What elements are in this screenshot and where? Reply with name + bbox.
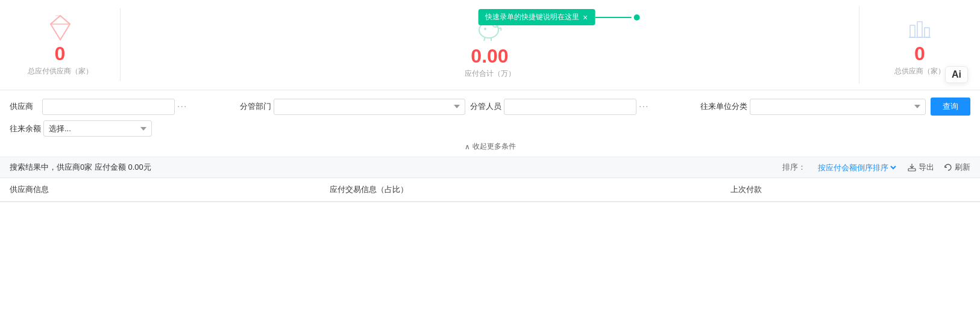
svg-line-7: [484, 37, 485, 41]
filter-row-2: 往来余额 选择...: [10, 120, 970, 137]
unit-category-label: 往来单位分类: [700, 101, 747, 112]
table-header: 供应商信息 应付交易信息（占比） 上次付款: [0, 178, 980, 202]
collapse-icon: ∧: [465, 143, 470, 151]
tooltip-close[interactable]: ×: [583, 13, 588, 22]
refresh-label: 刷新: [955, 162, 970, 173]
payable-total-label: 应付合计（万）: [465, 69, 515, 79]
sort-label: 排序：: [782, 162, 806, 173]
payable-total-number: 0.00: [471, 45, 508, 67]
supplier-dots[interactable]: ···: [177, 101, 187, 112]
balance-select[interactable]: 选择...: [43, 120, 152, 137]
tooltip-dot: [633, 14, 639, 20]
export-button[interactable]: 导出: [908, 162, 934, 173]
person-dots[interactable]: ···: [639, 101, 649, 112]
sort-select[interactable]: 按应付会额倒序排序: [815, 163, 898, 173]
ai-badge[interactable]: Ai: [945, 66, 968, 83]
data-table: 供应商信息 应付交易信息（占比） 上次付款: [0, 178, 980, 310]
filter-balance: 往来余额 选择...: [10, 120, 970, 137]
svg-rect-11: [917, 22, 922, 37]
col-supplier-header: 供应商信息: [10, 184, 330, 195]
total-suppliers-number: 0: [914, 42, 925, 65]
table-body: [0, 202, 980, 310]
collapse-label: 收起更多条件: [473, 141, 516, 152]
balance-label: 往来余额: [10, 123, 41, 134]
col-last-payment-header: 上次付款: [730, 184, 971, 195]
filter-unit-category: 往来单位分类: [700, 99, 926, 115]
payable-suppliers-number: 0: [55, 42, 66, 65]
stat-payable-total: 0.00 应付合计（万） 快速录单的快捷键说明在这里 ×: [121, 6, 859, 84]
supplier-label: 供应商: [10, 101, 40, 112]
stat-payable-suppliers: 0 总应付供应商（家）: [0, 8, 121, 81]
svg-line-3: [60, 16, 70, 24]
person-input[interactable]: [504, 99, 636, 115]
filter-person: 分管人员 ···: [470, 99, 696, 115]
filter-bar: 供应商 ··· 分管部门 分管人员 ··· 往来单位分类 查询: [0, 90, 980, 157]
result-actions: 排序： 按应付会额倒序排序 导出 刷新: [782, 162, 970, 173]
person-label: 分管人员: [470, 101, 501, 112]
svg-point-9: [484, 28, 486, 30]
svg-rect-12: [925, 28, 929, 37]
refresh-button[interactable]: 刷新: [944, 162, 970, 173]
filter-dept: 分管部门: [240, 99, 465, 115]
export-label: 导出: [919, 162, 934, 173]
tooltip-bubble: 快速录单的快捷键说明在这里 ×: [478, 9, 595, 25]
result-bar: 搜索结果中，供应商0家 应付金额 0.00元 排序： 按应付会额倒序排序 导出 …: [0, 157, 980, 178]
filter-row-1: 供应商 ··· 分管部门 分管人员 ··· 往来单位分类 查询: [10, 98, 970, 116]
svg-rect-14: [908, 169, 916, 171]
svg-line-2: [51, 16, 60, 24]
building-icon: [905, 13, 934, 42]
svg-rect-10: [910, 25, 915, 37]
collapse-button[interactable]: ∧ 收起更多条件: [465, 141, 516, 152]
tooltip-text: 快速录单的快捷键说明在这里: [485, 12, 579, 22]
unit-category-select[interactable]: [750, 99, 926, 115]
supplier-input[interactable]: [42, 99, 175, 115]
export-icon: [908, 163, 916, 172]
svg-marker-0: [51, 16, 70, 40]
dept-select[interactable]: [274, 99, 465, 115]
total-suppliers-label: 总供应商（家）: [894, 66, 945, 76]
col-transaction-header: 应付交易信息（占比）: [330, 184, 730, 195]
query-button[interactable]: 查询: [931, 98, 970, 116]
payable-suppliers-label: 总应付供应商（家）: [28, 66, 93, 76]
result-info: 搜索结果中，供应商0家 应付金额 0.00元: [10, 162, 151, 173]
refresh-icon: [944, 163, 952, 172]
dept-label: 分管部门: [240, 101, 271, 112]
collapse-row: ∧ 收起更多条件: [10, 141, 970, 152]
gem-icon: [46, 13, 75, 42]
stats-bar: 0 总应付供应商（家） 0.00 应付合计（万） 快速录单的快捷键说明在这里 ×: [0, 0, 980, 90]
filter-supplier: 供应商 ···: [10, 99, 235, 115]
